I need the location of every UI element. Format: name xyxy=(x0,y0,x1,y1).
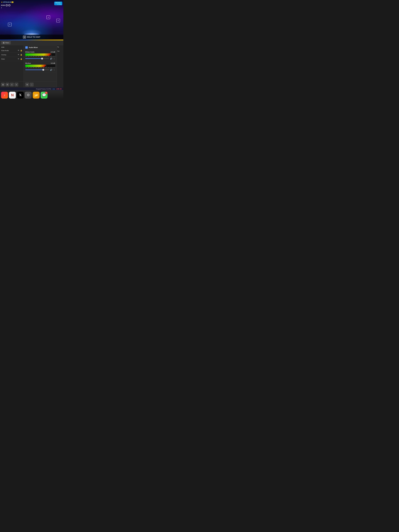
mic-channel-name: Mic/Aux xyxy=(25,62,31,64)
mic-speaker-icon[interactable]: 🔊 xyxy=(50,69,52,71)
elgato-channel-name: ElGato Audio xyxy=(25,51,34,53)
elgato-channel-db: -2.5 dB xyxy=(50,51,55,53)
add-icon-right: + xyxy=(56,19,60,22)
label-40: -40 xyxy=(35,56,37,57)
eye-icon-1[interactable]: 👁 xyxy=(18,50,19,51)
settings-icon: ⚙ xyxy=(27,93,30,97)
source-item-overlay[interactable]: Overlay 👁 🔒 xyxy=(0,53,24,57)
source-item-elgato[interactable]: lGato 👁 🔒 xyxy=(0,57,24,61)
dock-icon-music[interactable]: ♪ xyxy=(1,92,8,99)
move-up-button[interactable]: ∧ xyxy=(10,83,14,86)
mic-meter-bottom xyxy=(25,66,45,67)
mic-volume-row: 🔊 ⋮ xyxy=(25,69,55,71)
elgato-channel-header: ElGato Audio -2.5 dB xyxy=(25,51,55,53)
mic-more-icon[interactable]: ⋮ xyxy=(53,69,55,71)
signal-icon: ((•)) xyxy=(52,88,55,90)
lock-icon-1[interactable]: 🔒 xyxy=(20,50,22,51)
elgato-volume-track[interactable] xyxy=(25,58,49,59)
toolbar: ▦ Filters xyxy=(0,40,63,45)
label-5: -5 xyxy=(53,56,53,57)
add-icon-left: + xyxy=(8,23,12,26)
music-icon: ♪ xyxy=(4,93,5,97)
sources-panel-title: rces xyxy=(0,45,24,48)
hold-to-chat-text: HOLD TO CHAT xyxy=(27,36,40,38)
audio-mixer-header: ♫ Audio Mixer xyxy=(24,45,57,50)
lock-icon-2[interactable]: 🔒 xyxy=(20,54,22,56)
lobby-badge: wkhvslvn 👤 In Lobby xyxy=(54,2,62,5)
elgato-more-icon[interactable]: ⋮ xyxy=(53,57,55,60)
source-name-elgato: lGato xyxy=(1,58,18,60)
right-panel-label-fa: Fa xyxy=(57,46,63,48)
lock-icon-3[interactable]: 🔒 xyxy=(20,58,22,60)
delete-source-button[interactable]: 🗑 xyxy=(1,83,5,86)
dock-icon-settings[interactable]: ⚙ xyxy=(25,92,32,99)
source-name-overlay: Overlay xyxy=(1,54,18,56)
source-controls-1: 👁 🔒 xyxy=(18,50,22,51)
label-25: -25 xyxy=(43,56,44,57)
resource-icon-2: ⊙ xyxy=(8,4,10,6)
source-settings-button[interactable]: ⚙ xyxy=(6,83,9,86)
mic-meter-top xyxy=(25,65,46,66)
star-icon: ★ xyxy=(1,1,3,3)
mic-meter-labels: -60 -55 -50 -45 -40 -35 -30 -25 -20 -15 … xyxy=(25,67,55,68)
elgato-meter xyxy=(25,53,55,56)
status-bar: Dropped Frames 0 (0.0%) ((•)) LIVE: 0C xyxy=(0,88,63,90)
dock-icon-twitter-x[interactable]: 𝕏 xyxy=(17,92,24,99)
source-controls-2: 👁 🔒 xyxy=(18,54,22,56)
label-15: -15 xyxy=(48,56,49,57)
audio-mixer-title: Audio Mixer xyxy=(29,47,38,48)
folder-icon: 📂 xyxy=(34,93,38,97)
audio-settings-button[interactable]: ⚙ xyxy=(25,83,29,86)
elgato-volume-fill xyxy=(25,58,42,59)
sources-label-text: RCES xyxy=(1,5,5,6)
elgato-meter-top xyxy=(25,53,51,55)
source-item-elgato-audio[interactable]: lGato Audio 👁 🔒 xyxy=(0,48,24,53)
lobby-status: 👤 In Lobby xyxy=(55,3,61,5)
live-badge: LIVE: 0C xyxy=(56,88,62,90)
label-10: -10 xyxy=(50,56,51,57)
dropped-frames-text: Dropped Frames 0 (0.0%) xyxy=(36,88,51,90)
mic-channel-db: 0.0 dB xyxy=(51,62,55,64)
game-screenshot: + + + ★ XP TO LVL 94 +5 RCES ⊙ ⊙ 1 wkhvs… xyxy=(0,0,63,40)
elgato-meter-labels: -60 -55 -50 -45 -40 -35 -30 -25 -20 -15 … xyxy=(25,56,55,57)
resource-icon-1: ⊙ xyxy=(6,4,8,6)
person-icon: 👤 xyxy=(55,3,57,5)
mic-volume-track[interactable] xyxy=(25,70,49,70)
dock-icon-messages[interactable]: 💬 7 xyxy=(41,92,48,99)
label-50: -50 xyxy=(30,56,32,57)
dock: ♪ N 𝕏 ⚙ 📂 💬 7 xyxy=(0,90,63,100)
xp-plus: +5 xyxy=(12,1,13,3)
elgato-meter-bottom xyxy=(25,55,50,56)
audio-footer: ⚙ ⋮ xyxy=(24,82,57,88)
dock-icon-folder[interactable]: 📂 xyxy=(33,92,40,99)
mic-volume-fill xyxy=(25,70,43,70)
x-icon: 𝕏 xyxy=(19,93,21,97)
label-45: -45 xyxy=(33,56,34,57)
move-down-button[interactable]: ∨ xyxy=(14,83,18,86)
label-30: -30 xyxy=(40,56,42,57)
audio-channel-elgato: ElGato Audio -2.5 dB -60 -55 -50 -45 -40 xyxy=(24,50,57,61)
audio-mixer-icon: ♫ xyxy=(25,46,28,49)
right-panel: Fa Dur xyxy=(57,45,63,88)
audio-channel-mic: Mic/Aux 0.0 dB -60 -55 -50 -45 -40 -35 xyxy=(24,61,57,72)
elgato-volume-thumb[interactable] xyxy=(41,58,43,59)
label-60: -60 xyxy=(25,56,27,57)
dock-icon-news[interactable]: N xyxy=(9,92,16,99)
chat-icon: ⊞ xyxy=(23,36,26,38)
number-label: 1 xyxy=(1,7,13,8)
filter-icon: ▦ xyxy=(3,42,5,44)
filters-button[interactable]: ▦ Filters xyxy=(1,41,11,44)
news-icon: N xyxy=(11,93,14,97)
elgato-volume-row: 🔊 ⋮ xyxy=(25,57,55,60)
eye-icon-3[interactable]: 👁 xyxy=(18,58,19,60)
elgato-speaker-icon[interactable]: 🔊 xyxy=(50,57,52,60)
audio-more-button[interactable]: ⋮ xyxy=(30,83,33,86)
source-controls-3: 👁 🔒 xyxy=(18,58,22,60)
messages-badge: 7 xyxy=(45,92,48,94)
mic-meter xyxy=(25,65,55,67)
mic-volume-thumb[interactable] xyxy=(42,69,44,71)
source-name-elgato-audio: lGato Audio xyxy=(1,50,18,51)
sources-panel: rces lGato Audio 👁 🔒 Overlay 👁 🔒 lGato xyxy=(0,45,24,88)
eye-icon-2[interactable]: 👁 xyxy=(18,54,19,56)
label-35: -35 xyxy=(38,56,39,57)
